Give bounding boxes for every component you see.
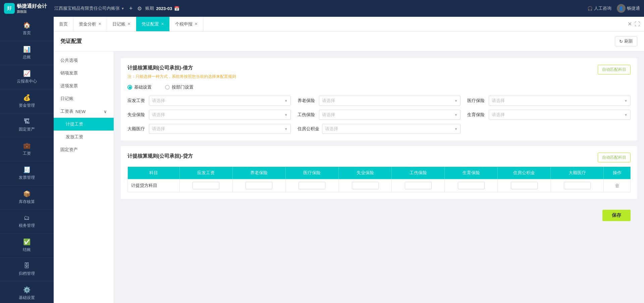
company-selector[interactable]: 江西服宝精品有限责任公司内账张 ▼	[54, 5, 124, 11]
input-pension[interactable]	[246, 182, 272, 189]
select-work-injury-arrow: ▼	[454, 113, 458, 117]
tab-bar: 首页 资金分析 ✕ 日记账 ✕ 凭证配置 ✕ 个税申报 ✕ ✕ ⛶	[54, 17, 644, 32]
page-header: 凭证配置 ↻ 刷新	[54, 32, 644, 51]
menu-item-public[interactable]: 公共选项	[54, 54, 114, 67]
select-large-medical-placeholder: 请选择	[152, 126, 165, 132]
period-label: 账期	[145, 5, 154, 11]
home-icon: 🏠	[23, 21, 31, 29]
sidebar-label-archive: 归档管理	[19, 271, 35, 276]
cell-unemployment-input[interactable]	[339, 179, 392, 192]
tab-voucher-close[interactable]: ✕	[161, 22, 164, 26]
input-housing[interactable]	[511, 182, 538, 189]
debit-section-note: 注：只能选择一种方式，系统将按照您当前的选择来配置规则	[127, 74, 236, 80]
input-gross[interactable]	[193, 182, 219, 189]
select-medical[interactable]: 请选择 ▼	[489, 96, 631, 106]
field-work-injury: 工伤保险 请选择 ▼	[298, 110, 461, 120]
sidebar-item-inventory[interactable]: 📦 库存核算	[0, 186, 54, 210]
delete-row-icon[interactable]: 🗑	[615, 183, 620, 188]
sidebar-item-settings[interactable]: ⚙️ 基础设置	[0, 282, 54, 303]
sidebar-item-payroll[interactable]: 💼 工资	[0, 137, 54, 161]
menu-item-purchase-invoice[interactable]: 进项发票	[54, 80, 114, 92]
col-work-injury: 工伤保险	[392, 167, 445, 179]
menu-label-purchase: 进项发票	[60, 83, 78, 89]
menu-item-payroll-group[interactable]: 工资表 NEW ∨	[54, 105, 114, 118]
cell-work-injury-input[interactable]	[392, 179, 445, 192]
input-work-injury[interactable]	[405, 182, 432, 189]
tab-close-all-icon[interactable]: ✕	[628, 21, 632, 27]
save-button[interactable]: 保存	[602, 210, 631, 221]
col-unemployment: 失业保险	[339, 167, 392, 179]
refresh-button[interactable]: ↻ 刷新	[615, 36, 637, 46]
select-housing-fund-placeholder: 请选择	[325, 126, 338, 132]
debit-section: 计提核算规则(公司承担)-借方 注：只能选择一种方式，系统将按照您当前的选择来配…	[121, 58, 637, 141]
menu-item-pay-payroll[interactable]: 发放工资	[54, 131, 114, 143]
sidebar-item-tax[interactable]: 🗂 税务管理	[0, 210, 54, 234]
col-gross: 应发工资	[179, 167, 232, 179]
sidebar-label-ledger: 总账	[23, 54, 31, 60]
field-maternity: 生育保险 请选择 ▼	[467, 110, 631, 120]
service-button[interactable]: 🎧 人工咨询	[587, 5, 611, 11]
sidebar-item-home[interactable]: 🏠 首页	[0, 17, 54, 41]
sidebar-item-funds[interactable]: 💰 资金管理	[0, 89, 54, 113]
menu-item-journal[interactable]: 日记账	[54, 92, 114, 105]
tab-journal-close[interactable]: ✕	[127, 22, 130, 26]
cell-housing-input[interactable]	[498, 179, 551, 192]
cell-maternity-input[interactable]	[445, 179, 498, 192]
select-maternity[interactable]: 请选择 ▼	[489, 110, 631, 120]
cell-pension-input[interactable]	[232, 179, 285, 192]
invoice-icon: 🧾	[23, 166, 31, 173]
input-maternity[interactable]	[458, 182, 485, 189]
tab-home[interactable]: 首页	[54, 17, 73, 31]
page-title: 凭证配置	[60, 38, 82, 45]
radio-basic[interactable]: 基础设置	[127, 84, 152, 90]
funds-icon: 💰	[23, 94, 31, 101]
col-action: 操作	[604, 167, 631, 179]
radio-dept[interactable]: 按部门设置	[165, 84, 194, 90]
input-medical[interactable]	[299, 182, 325, 189]
sidebar-label-funds: 资金管理	[19, 103, 35, 108]
add-tab-button[interactable]: +	[128, 5, 134, 12]
tab-funds-close[interactable]: ✕	[98, 22, 101, 26]
tab-tax[interactable]: 个税申报 ✕	[170, 17, 203, 31]
select-work-injury[interactable]: 请选择 ▼	[319, 110, 461, 120]
sidebar-item-invoice[interactable]: 🧾 发票管理	[0, 161, 54, 186]
tab-journal[interactable]: 日记账 ✕	[107, 17, 136, 31]
menu-item-accrue-payroll[interactable]: 计提工资	[54, 118, 114, 131]
select-unemployment[interactable]: 请选择 ▼	[149, 110, 291, 120]
credit-auto-match-button[interactable]: 自动匹配科目	[598, 153, 631, 162]
user-menu[interactable]: 👤 畅捷通	[617, 4, 640, 13]
select-maternity-arrow: ▼	[624, 113, 628, 117]
tab-tax-label: 个税申报	[175, 21, 193, 27]
tab-funds[interactable]: 资金分析 ✕	[73, 17, 107, 31]
select-housing-fund[interactable]: 请选择 ▼	[322, 124, 461, 134]
sidebar-item-archive[interactable]: 🗄 归档管理	[0, 258, 54, 282]
sidebar-item-assets[interactable]: 🏗 固定资产	[0, 113, 54, 137]
menu-item-sales-invoice[interactable]: 销项发票	[54, 67, 114, 80]
sidebar-item-close[interactable]: ✅ 结账	[0, 234, 54, 258]
cell-large-medical-input[interactable]	[551, 179, 604, 192]
tab-voucher[interactable]: 凭证配置 ✕	[136, 17, 170, 31]
input-large-medical[interactable]	[564, 182, 591, 189]
sidebar-item-reports[interactable]: 📈 云报表中心	[0, 65, 54, 89]
calendar-icon[interactable]: 📅	[174, 6, 179, 11]
select-large-medical[interactable]: 请选择 ▼	[149, 124, 291, 134]
debit-auto-match-button[interactable]: 自动匹配科目	[598, 65, 631, 74]
cell-delete[interactable]: 🗑	[604, 179, 631, 192]
cell-gross-input[interactable]	[179, 179, 232, 192]
settings-icon[interactable]: ⚙	[137, 5, 142, 12]
tab-funds-label: 资金分析	[79, 21, 96, 27]
tab-tax-close[interactable]: ✕	[195, 22, 198, 26]
label-unemployment: 失业保险	[127, 112, 146, 118]
assets-icon: 🏗	[24, 118, 30, 125]
label-pension: 养老保险	[298, 98, 316, 104]
sidebar-item-ledger[interactable]: 📊 总账	[0, 41, 54, 65]
radio-group: 基础设置 按部门设置	[127, 84, 631, 90]
tab-expand-icon[interactable]: ⛶	[635, 21, 640, 27]
input-unemployment[interactable]	[352, 182, 379, 189]
select-pension[interactable]: 请选择 ▼	[319, 96, 461, 106]
period-display: 账期 2023-03 📅	[145, 5, 179, 11]
menu-item-fixed-assets[interactable]: 固定资产	[54, 143, 114, 156]
refresh-icon: ↻	[619, 39, 623, 44]
cell-medical-input[interactable]	[285, 179, 338, 192]
select-gross-salary[interactable]: 请选择 ▼	[149, 96, 291, 106]
